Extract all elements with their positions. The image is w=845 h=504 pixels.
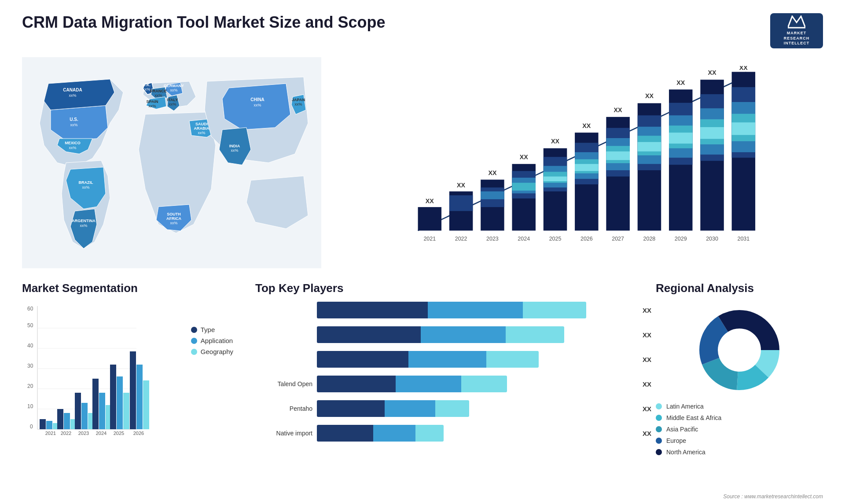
players-bars: XX XX [255,302,634,442]
segmentation-title: Market Segmentation [22,281,233,295]
player-bar-native: XX [317,425,634,442]
svg-text:MEXICO: MEXICO [65,141,81,145]
svg-rect-65 [575,164,598,171]
svg-text:2026: 2026 [133,431,144,436]
svg-rect-72 [606,151,629,160]
svg-text:xx%: xx% [294,102,302,106]
legend-type-dot [191,327,197,333]
svg-text:2024: 2024 [518,236,530,242]
legend-na-label: North America [666,449,705,456]
player-label-3: XX [643,356,651,363]
svg-text:XX: XX [676,79,685,86]
player-bar-talend: XX [317,376,634,392]
svg-text:20: 20 [27,383,33,389]
page-container: CRM Data Migration Tool Market Size and … [0,0,845,504]
svg-rect-40 [449,195,473,211]
svg-text:xx%: xx% [82,185,89,190]
logo-box: MARKET RESEARCH INTELLECT [770,13,823,48]
svg-rect-125 [75,393,81,429]
svg-text:2027: 2027 [612,236,624,242]
segmentation-container: Market Segmentation 0 10 20 30 40 50 60 [22,281,233,475]
svg-text:2025: 2025 [114,431,124,436]
player-row-1: XX [255,302,634,318]
bar-chart-container: XX 2021 XX 2022 XX 2023 [334,57,823,268]
legend-europe-label: Europe [666,437,686,444]
svg-rect-138 [136,365,143,429]
legend-geo-label: Geography [201,348,233,355]
page-title: CRM Data Migration Tool Market Size and … [22,13,385,32]
player-label-talend: XX [643,380,651,388]
regional-title: Regional Analysis [656,281,823,295]
svg-text:XX: XX [457,182,466,189]
svg-text:CHINA: CHINA [250,97,265,102]
svg-text:xx%: xx% [148,104,156,108]
svg-text:xx%: xx% [254,103,261,107]
svg-rect-118 [46,421,52,429]
svg-text:2030: 2030 [706,236,718,242]
bar-chart-svg: XX 2021 XX 2022 XX 2023 [343,66,814,246]
svg-rect-126 [81,403,88,429]
svg-text:U.K.: U.K. [143,83,151,87]
svg-text:XX: XX [708,69,717,76]
player-row-2: XX [255,326,634,343]
svg-text:SAUDI: SAUDI [195,122,208,126]
bottom-section: Market Segmentation 0 10 20 30 40 50 60 [22,281,823,475]
svg-text:XX: XX [645,92,654,99]
legend-latin-dot [656,403,662,409]
svg-text:SOUTH: SOUTH [167,212,181,216]
svg-text:XX: XX [739,66,748,71]
svg-rect-79 [638,142,661,151]
player-row-talend: Talend Open XX [255,376,634,392]
svg-text:40: 40 [27,343,33,349]
legend-mea: Middle East & Africa [656,414,823,421]
player-label-2: XX [643,331,651,339]
svg-text:xx%: xx% [154,93,162,98]
logo-m-icon [788,15,805,31]
svg-text:xx%: xx% [169,102,176,106]
player-row-native: Native import XX [255,425,634,442]
player-name-native: Native import [255,430,312,437]
svg-rect-134 [117,376,123,429]
svg-text:2029: 2029 [675,236,687,242]
svg-text:BRAZIL: BRAZIL [79,180,93,185]
svg-text:2023: 2023 [486,236,499,242]
svg-rect-129 [92,379,99,429]
svg-rect-36 [418,207,441,230]
player-row-pentaho: Pentaho XX [255,400,634,417]
legend-geo-dot [191,349,197,355]
logo-text: MARKET RESEARCH INTELLECT [784,31,810,46]
svg-rect-100 [732,122,755,135]
svg-text:xx%: xx% [80,223,87,228]
svg-text:10: 10 [27,403,33,409]
player-bar-pentaho: XX [317,400,634,417]
legend-latin-label: Latin America [666,403,704,410]
svg-text:ARABIA: ARABIA [194,126,209,131]
top-section: CANADA xx% U.S. xx% MEXICO xx% BRAZIL xx… [22,57,823,268]
svg-text:GERMANY: GERMANY [164,84,184,88]
svg-text:2021: 2021 [423,236,436,242]
svg-rect-137 [130,351,136,429]
player-bar-1: XX [317,302,634,318]
regional-legend: Latin America Middle East & Africa Asia … [656,403,823,456]
svg-text:xx%: xx% [143,87,150,91]
donut-chart [691,302,788,398]
player-bar-3: XX [317,351,634,368]
legend-north-america: North America [656,449,823,456]
svg-text:2026: 2026 [580,236,593,242]
svg-text:ITALY: ITALY [167,98,178,102]
legend-europe-dot [656,438,662,444]
svg-text:xx%: xx% [231,148,238,153]
svg-text:AFRICA: AFRICA [166,216,181,221]
legend-na-dot [656,449,662,455]
regional-container: Regional Analysis [656,281,823,475]
svg-text:2024: 2024 [96,431,107,436]
svg-text:xx%: xx% [170,88,177,92]
svg-text:XX: XX [582,122,591,129]
legend-geography: Geography [191,348,233,355]
map-container: CANADA xx% U.S. xx% MEXICO xx% BRAZIL xx… [22,57,321,268]
legend-app-dot [191,338,197,344]
svg-text:XX: XX [551,138,560,145]
source-text: Source : www.marketresearchintellect.com [723,493,823,500]
svg-text:FRANCE: FRANCE [150,89,167,93]
legend-type-label: Type [201,326,215,333]
